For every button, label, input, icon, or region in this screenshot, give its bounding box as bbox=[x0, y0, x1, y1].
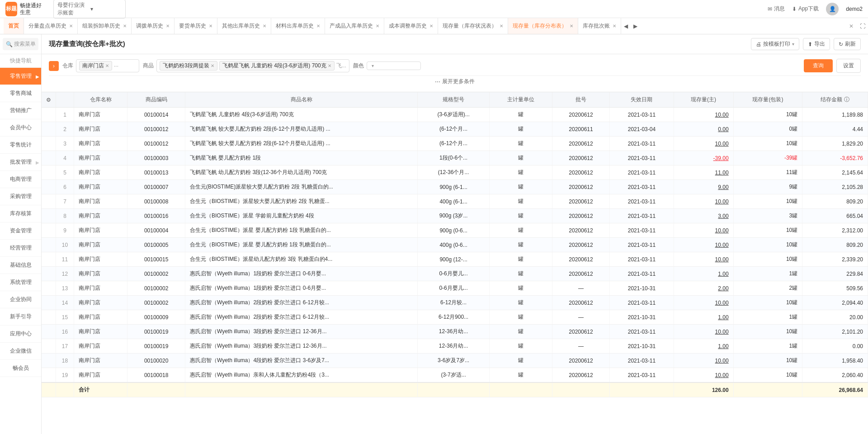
tab-cailiao-close[interactable]: ✕ bbox=[316, 24, 320, 28]
quick-nav-label: 快捷导航 bbox=[10, 57, 32, 64]
sidebar-item-basic[interactable]: 基础信息 bbox=[0, 257, 41, 274]
tab-xiancun1-close[interactable]: ✕ bbox=[500, 24, 503, 28]
message-btn[interactable]: ✉ 消息 bbox=[768, 5, 785, 13]
tab-yaohuo[interactable]: 要货单历史 ✕ bbox=[175, 18, 217, 34]
tab-xiancun1[interactable]: 现存量（库存状况表） ✕ bbox=[438, 18, 508, 34]
cell-stock-main[interactable]: 11.00 bbox=[674, 165, 733, 180]
tab-zuzhuang-close[interactable]: ✕ bbox=[123, 24, 127, 28]
settings-btn[interactable]: 设置 bbox=[836, 59, 861, 73]
sidebar-item-retail-stats[interactable]: 零售统计 bbox=[0, 137, 41, 154]
cell-batch: 20200612 bbox=[552, 209, 610, 223]
cell-stock-main[interactable]: 9.00 bbox=[674, 180, 733, 194]
th-settings[interactable]: ⚙ bbox=[42, 92, 56, 108]
tab-yaohuo-close[interactable]: ✕ bbox=[209, 24, 212, 28]
tab-kucun-pici[interactable]: 库存批次账 ✕ bbox=[578, 18, 621, 34]
cell-stock-main[interactable]: 10.00 bbox=[674, 238, 733, 252]
refresh-btn[interactable]: ↻ 刷新 bbox=[834, 38, 861, 50]
tab-chancheng-close[interactable]: ✕ bbox=[376, 24, 379, 28]
sidebar-item-guide[interactable]: 新手引导 bbox=[0, 308, 41, 326]
sidebar-item-wholesale[interactable]: 批发管理 ▶ bbox=[0, 154, 41, 171]
tab-kucun-pici-close[interactable]: ✕ bbox=[613, 24, 616, 28]
tab-chancheng[interactable]: 产成品入库单历史 ✕ bbox=[325, 18, 384, 34]
sidebar-item-collab[interactable]: 企业协同 bbox=[0, 291, 41, 308]
export-icon: ⬆ bbox=[808, 41, 812, 47]
tab-xiancun2-close[interactable]: ✕ bbox=[570, 24, 573, 28]
cell-unit: 罐 bbox=[489, 354, 552, 368]
sidebar-item-mall[interactable]: 零售商城 bbox=[0, 85, 41, 102]
sidebar-item-appstore[interactable]: 应用中心 bbox=[0, 326, 41, 343]
color-filter-area[interactable]: ▾ bbox=[367, 61, 421, 70]
cell-stock-main[interactable]: 10.00 bbox=[674, 108, 733, 122]
sidebar-item-retail[interactable]: 零售管理 ▶ bbox=[0, 68, 41, 85]
tab-cailiao[interactable]: 材料出库单历史 ✕ bbox=[271, 18, 325, 34]
cell-stock-main[interactable]: 10.00 bbox=[674, 368, 733, 383]
query-btn[interactable]: 查询 bbox=[804, 59, 833, 72]
search-menu-btn[interactable]: 🔍 搜索菜单 bbox=[3, 38, 38, 50]
tab-xiancun2[interactable]: 现存量（库存分布表） ✕ bbox=[508, 18, 578, 34]
sidebar-search: 🔍 搜索菜单 bbox=[0, 34, 41, 54]
cell-index: 19 bbox=[56, 368, 74, 383]
sidebar-item-membership[interactable]: 畅会员 bbox=[0, 360, 41, 377]
cell-expire: 2021-03-11 bbox=[610, 194, 674, 209]
tab-diaob-close[interactable]: ✕ bbox=[166, 24, 170, 28]
table-row: 13 南岸门店 00100002 惠氏启智（Wyeth illuma）1段奶粉 … bbox=[42, 281, 868, 296]
product-tag-2-close[interactable]: ✕ bbox=[328, 63, 331, 68]
cell-stock-main[interactable]: 1.00 bbox=[674, 339, 733, 354]
warehouse-tag-area[interactable]: 南岸门店 ✕ ··· bbox=[76, 59, 139, 72]
product-filter-dots[interactable]: 飞... bbox=[336, 62, 346, 70]
cell-stock-main[interactable]: 10.00 bbox=[674, 296, 733, 310]
cell-stock-main[interactable]: 10.00 bbox=[674, 354, 733, 368]
tab-fenliang[interactable]: 分量盘点单历史 ✕ bbox=[24, 18, 78, 34]
sidebar-item-label-collab: 企业协同 bbox=[10, 296, 32, 302]
cell-stock-main[interactable]: 10.00 bbox=[674, 137, 733, 151]
tab-nav-prev[interactable]: ◀ bbox=[621, 18, 631, 34]
cell-stock-main[interactable]: 1.00 bbox=[674, 310, 733, 325]
tab-zuzhuang[interactable]: 组装拆卸单历史 ✕ bbox=[78, 18, 132, 34]
cell-stock-main[interactable]: 10.00 bbox=[674, 252, 733, 267]
tab-cailiao-label: 材料出库单历史 bbox=[276, 22, 314, 30]
sidebar-item-inventory[interactable]: 库存核算 bbox=[0, 205, 41, 222]
sidebar-item-member[interactable]: 会员中心 bbox=[0, 119, 41, 137]
tab-home[interactable]: 首页 bbox=[4, 18, 24, 34]
tab-qitachu-close[interactable]: ✕ bbox=[263, 24, 266, 28]
export-btn[interactable]: ⬆ 导出 bbox=[803, 38, 830, 50]
sidebar-item-finance[interactable]: 资金管理 bbox=[0, 222, 41, 240]
tab-qitachu[interactable]: 其他出库单历史 ✕ bbox=[217, 18, 271, 34]
sidebar-item-system[interactable]: 系统管理 bbox=[0, 274, 41, 291]
sidebar-item-ecommerce[interactable]: 电商管理 bbox=[0, 171, 41, 188]
tab-diaob[interactable]: 调拨单历史 ✕ bbox=[132, 18, 175, 34]
print-btn[interactable]: 🖨 按模板打印 ▾ bbox=[751, 38, 799, 50]
filter-expand-btn[interactable]: › bbox=[49, 61, 59, 71]
sidebar-item-weixin[interactable]: 企业微信 bbox=[0, 343, 41, 360]
cell-stock-main[interactable]: 2.00 bbox=[674, 281, 733, 296]
th-expire: 失效日期 bbox=[610, 92, 674, 108]
cell-balance: 665.04 bbox=[802, 209, 868, 223]
tab-maximize[interactable]: ⛶ bbox=[857, 18, 868, 34]
industry-selector[interactable]: 母婴行业演示账套 ▾ bbox=[53, 0, 126, 19]
cell-stock-main[interactable]: 10.00 bbox=[674, 325, 733, 339]
sidebar-item-marketing[interactable]: 营销推广 bbox=[0, 102, 41, 119]
product-tag-1-close[interactable]: ✕ bbox=[211, 63, 214, 68]
cell-stock-main[interactable]: 0.00 bbox=[674, 122, 733, 137]
cell-balance: 2,312.00 bbox=[802, 223, 868, 238]
warehouse-filter-dots[interactable]: ··· bbox=[114, 63, 118, 69]
filter-expand-more[interactable]: ⋯ 展开更多条件 bbox=[49, 75, 861, 87]
sidebar-item-purchase[interactable]: 采购管理 bbox=[0, 188, 41, 205]
sidebar-item-operations[interactable]: 经营管理 bbox=[0, 240, 41, 257]
table-row: 1 南岸门店 00100014 飞鹤星飞帆 儿童奶粉 4段(3-6岁适用) 70… bbox=[42, 108, 868, 122]
cell-stock-main[interactable]: 3.00 bbox=[674, 209, 733, 223]
tab-kucun-pici-label: 库存批次账 bbox=[583, 22, 610, 30]
cell-stock-main[interactable]: 10.00 bbox=[674, 223, 733, 238]
tab-fenliang-close[interactable]: ✕ bbox=[69, 24, 73, 28]
app-download-btn[interactable]: ⬇ App下载 bbox=[792, 5, 819, 13]
cell-expire: 2021-03-11 bbox=[610, 151, 674, 165]
tab-chengben-close[interactable]: ✕ bbox=[429, 24, 433, 28]
cell-stock-main[interactable]: 1.00 bbox=[674, 267, 733, 281]
tab-chengben[interactable]: 成本调整单历史 ✕ bbox=[384, 18, 438, 34]
cell-stock-main[interactable]: 10.00 bbox=[674, 194, 733, 209]
tab-nav-next[interactable]: ▶ bbox=[631, 18, 640, 34]
warehouse-tag-close[interactable]: ✕ bbox=[105, 63, 109, 68]
tab-close-all[interactable]: ✕ bbox=[845, 23, 857, 29]
product-tag-area[interactable]: 飞鹤奶粉3段两提装 ✕ 飞鹤星飞帆 儿童奶粉 4段(3-6岁适用) 700克 ✕… bbox=[156, 59, 349, 72]
quick-nav[interactable]: 快捷导航 bbox=[0, 54, 41, 68]
